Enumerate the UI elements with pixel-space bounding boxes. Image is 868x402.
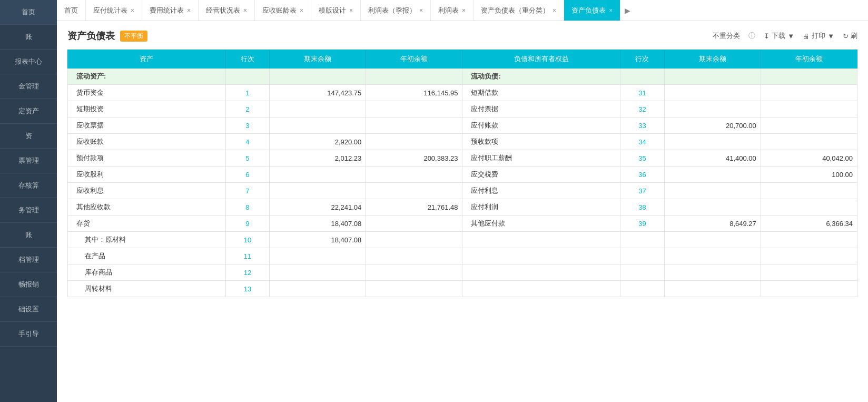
tab-expense-stats[interactable]: 费用统计表 × — [142, 0, 199, 21]
right-year-start[interactable]: 40,042.00 — [761, 150, 857, 166]
tab-close-payable-stats[interactable]: × — [131, 7, 134, 14]
tab-home[interactable]: 首页 — [57, 0, 86, 21]
right-period-end[interactable] — [664, 101, 761, 117]
right-year-start[interactable] — [761, 101, 857, 117]
sidebar-item-inventory[interactable]: 存核算 — [0, 173, 57, 198]
left-year-start[interactable]: 21,761.48 — [366, 199, 462, 215]
left-asset-name[interactable]: 预付款项 — [68, 150, 226, 166]
left-year-start[interactable]: 116,145.95 — [366, 85, 462, 101]
refresh-button[interactable]: ↻ 刷 — [843, 31, 857, 41]
left-period-end[interactable] — [270, 166, 366, 183]
left-period-end[interactable] — [270, 183, 366, 199]
sidebar-item-guide[interactable]: 手引导 — [0, 322, 57, 347]
tab-operation-status[interactable]: 经营状况表 × — [199, 0, 255, 21]
tab-close-balance-reclassified[interactable]: × — [553, 7, 556, 14]
right-year-start[interactable] — [761, 117, 857, 134]
left-period-end[interactable]: 2,012.23 — [270, 150, 366, 166]
left-period-end[interactable] — [270, 101, 366, 117]
sidebar-item-investment[interactable]: 资 — [0, 124, 57, 149]
left-period-end[interactable]: 2,920.00 — [270, 134, 366, 150]
right-period-end[interactable]: 8,649.27 — [664, 215, 761, 232]
right-period-end[interactable] — [664, 264, 761, 281]
sidebar-item-report-center[interactable]: 报表中心 — [0, 50, 57, 74]
right-year-start[interactable]: 100.00 — [761, 166, 857, 183]
print-button[interactable]: 🖨 打印 ▼ — [803, 31, 834, 41]
sidebar-item-home[interactable]: 首页 — [0, 0, 57, 25]
help-icon[interactable]: ⓘ — [748, 31, 755, 41]
tab-close-receivable-aging[interactable]: × — [300, 7, 303, 14]
tab-payable-stats[interactable]: 应付统计表 × — [86, 0, 142, 21]
left-year-start[interactable] — [366, 215, 462, 232]
right-liability-name[interactable] — [462, 281, 620, 297]
tab-close-profit[interactable]: × — [462, 7, 466, 14]
sidebar-item-fixed-assets[interactable]: 定资产 — [0, 99, 57, 124]
right-year-start[interactable]: 6,366.34 — [761, 215, 857, 232]
left-year-start[interactable] — [366, 248, 462, 264]
right-period-end[interactable] — [664, 134, 761, 150]
left-asset-name[interactable]: 货币资金 — [68, 85, 226, 101]
right-period-end[interactable] — [664, 232, 761, 248]
sidebar-item-settings[interactable]: 础设置 — [0, 297, 57, 322]
sidebar-item-doc-mgmt[interactable]: 档管理 — [0, 248, 57, 272]
right-liability-name[interactable] — [462, 248, 620, 264]
left-year-start[interactable] — [366, 281, 462, 297]
sidebar-item-expense[interactable]: 畅报销 — [0, 272, 57, 297]
left-period-end[interactable] — [270, 117, 366, 134]
right-liability-name[interactable]: 应付利息 — [462, 183, 620, 199]
left-asset-name[interactable]: 短期投资 — [68, 101, 226, 117]
sidebar-item-ledger[interactable]: 账 — [0, 223, 57, 248]
right-year-start[interactable] — [761, 281, 857, 297]
right-period-end[interactable] — [664, 281, 761, 297]
right-year-start[interactable] — [761, 248, 857, 264]
right-period-end[interactable] — [664, 248, 761, 264]
tab-close-balance-sheet[interactable]: × — [609, 7, 613, 14]
left-year-start[interactable] — [366, 101, 462, 117]
left-year-start[interactable] — [366, 183, 462, 199]
tab-close-expense-stats[interactable]: × — [187, 7, 191, 14]
left-year-start[interactable] — [366, 232, 462, 248]
left-asset-name[interactable]: 其中：原材料 — [68, 232, 226, 248]
left-asset-name[interactable]: 应收账款 — [68, 134, 226, 150]
left-period-end[interactable]: 18,407.08 — [270, 215, 366, 232]
left-year-start[interactable] — [366, 166, 462, 183]
right-liability-name[interactable]: 应付票据 — [462, 101, 620, 117]
left-asset-name[interactable]: 应收利息 — [68, 183, 226, 199]
left-asset-name[interactable]: 周转材料 — [68, 281, 226, 297]
left-period-end[interactable]: 18,407.08 — [270, 232, 366, 248]
right-year-start[interactable] — [761, 232, 857, 248]
left-asset-name[interactable]: 库存商品 — [68, 264, 226, 281]
left-period-end[interactable] — [270, 264, 366, 281]
left-year-start[interactable] — [366, 264, 462, 281]
right-liability-name[interactable]: 应交税费 — [462, 166, 620, 183]
right-liability-name[interactable] — [462, 232, 620, 248]
right-period-end[interactable] — [664, 85, 761, 101]
left-period-end[interactable] — [270, 281, 366, 297]
left-year-start[interactable] — [366, 117, 462, 134]
left-asset-name[interactable]: 其他应收款 — [68, 199, 226, 215]
right-year-start[interactable] — [761, 264, 857, 281]
tab-close-template-design[interactable]: × — [349, 7, 353, 14]
sidebar-item-fund-mgmt[interactable]: 金管理 — [0, 74, 57, 99]
left-year-start[interactable]: 200,383.23 — [366, 150, 462, 166]
right-period-end[interactable] — [664, 166, 761, 183]
right-year-start[interactable] — [761, 183, 857, 199]
tab-profit[interactable]: 利润表 × — [431, 0, 474, 21]
tab-balance-reclassified[interactable]: 资产负债表（重分类） × — [474, 0, 564, 21]
right-liability-name[interactable]: 短期借款 — [462, 85, 620, 101]
right-period-end[interactable] — [664, 183, 761, 199]
tab-balance-sheet[interactable]: 资产负债表 × — [564, 0, 620, 21]
tab-template-design[interactable]: 模版设计 × — [311, 0, 361, 21]
left-period-end[interactable] — [270, 248, 366, 264]
tab-receivable-aging[interactable]: 应收账龄表 × — [255, 0, 311, 21]
sidebar-item-finance-mgmt[interactable]: 务管理 — [0, 198, 57, 223]
right-liability-name[interactable]: 应付账款 — [462, 117, 620, 134]
left-asset-name[interactable]: 在产品 — [68, 248, 226, 264]
tab-close-profit-quarterly[interactable]: × — [419, 7, 423, 14]
right-liability-name[interactable]: 应付职工薪酬 — [462, 150, 620, 166]
right-period-end[interactable] — [664, 199, 761, 215]
right-liability-name[interactable] — [462, 264, 620, 281]
tab-profit-quarterly[interactable]: 利润表（季报） × — [361, 0, 431, 21]
tab-scroll-right[interactable]: ▶ — [620, 6, 635, 15]
left-asset-name[interactable]: 应收票据 — [68, 117, 226, 134]
left-year-start[interactable] — [366, 134, 462, 150]
